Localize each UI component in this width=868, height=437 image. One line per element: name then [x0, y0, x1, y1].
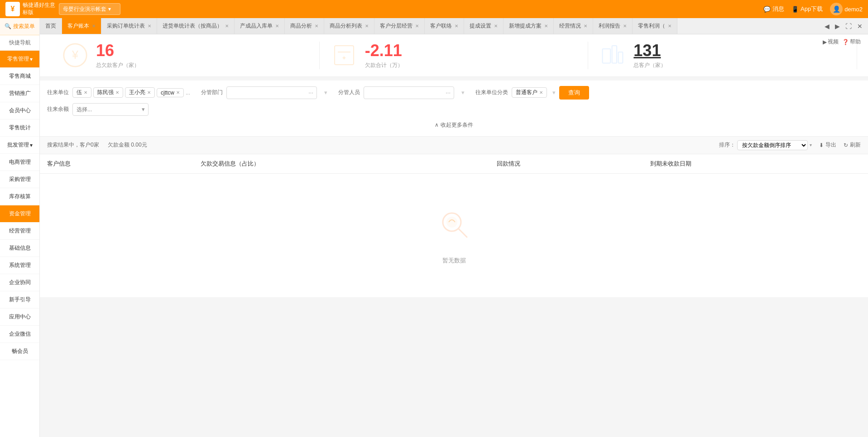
- tag-close-icon[interactable]: ✕: [539, 90, 543, 95]
- sort-select[interactable]: 按欠款金额倒序排序: [737, 140, 808, 150]
- tab-close-icon[interactable]: ✕: [668, 24, 671, 28]
- stat-total-arrears-value: -2.11: [365, 42, 403, 60]
- tab-close-icon[interactable]: ✕: [275, 24, 279, 28]
- sidebar-item-marketing[interactable]: 营销推广: [0, 85, 39, 102]
- person-input[interactable]: [364, 86, 454, 99]
- tab-product-analysis[interactable]: 商品分析 ✕: [285, 18, 324, 34]
- sidebar-item-operations-mgmt[interactable]: 经营管理: [0, 223, 39, 240]
- data-table: 客户信息 欠款交易信息（占比） 回款情况 到期未收款日期: [40, 154, 868, 298]
- tab-close-icon[interactable]: ✕: [92, 24, 96, 28]
- video-btn[interactable]: ▶ 视频: [823, 38, 839, 46]
- table-header: 客户信息 欠款交易信息（占比） 回款情况 到期未收款日期: [40, 154, 868, 174]
- sidebar-item-basic-info[interactable]: 基础信息: [0, 240, 39, 257]
- store-selector[interactable]: 母婴行业演示帐套 ▾: [59, 3, 120, 15]
- tab-close-icon[interactable]: ✕: [225, 24, 229, 28]
- tab-product-analysis-list[interactable]: 商品分析列表 ✕: [324, 18, 374, 34]
- tab-customer-contact[interactable]: 客户联络 ✕: [425, 18, 464, 34]
- tab-next-btn[interactable]: ▶: [833, 22, 842, 31]
- tab-operations[interactable]: 经营情况 ✕: [554, 18, 593, 34]
- search-menu-btn[interactable]: 🔍 搜索菜单: [4, 23, 36, 30]
- download-icon: 📱: [791, 6, 799, 13]
- sidebar-item-capital-mgmt[interactable]: 资金管理: [0, 205, 39, 223]
- filter-tag-normal-customer[interactable]: 普通客户 ✕: [512, 87, 547, 98]
- sidebar-item-wholesale-mgmt[interactable]: 批发管理 ▾: [0, 137, 39, 154]
- tab-close-icon[interactable]: ✕: [365, 24, 369, 28]
- tab-inbound-stats[interactable]: 进货单统计表（按商品） ✕: [157, 18, 235, 34]
- col-customer-info: 客户信息: [40, 154, 193, 174]
- messages-btn[interactable]: 💬 消息: [763, 5, 784, 13]
- sidebar-item-new-guide[interactable]: 新手引导: [0, 291, 39, 309]
- tab-new-achievement[interactable]: 新增提成方案 ✕: [504, 18, 554, 34]
- filter-tag-wangxiaoliang[interactable]: 王小亮 ✕: [125, 87, 155, 98]
- tab-reminder-settings[interactable]: 提成设置 ✕: [464, 18, 504, 34]
- filter-row-2: 往来余额 ▾: [47, 103, 861, 116]
- chevron-down-icon: ▾: [30, 142, 33, 148]
- tab-home[interactable]: 首页: [40, 18, 62, 34]
- filter-tag-chenminqiang[interactable]: 陈民强 ✕: [93, 87, 123, 98]
- chevron-down-icon: ▾: [810, 142, 812, 147]
- tag-close-icon[interactable]: ✕: [147, 90, 151, 95]
- quick-nav-btn[interactable]: 快捷导航: [0, 35, 39, 51]
- tab-close-icon[interactable]: ✕: [544, 24, 548, 28]
- arrears-icon: ✦: [331, 42, 358, 69]
- stat-all-customers-label: 总客户（家）: [633, 62, 666, 69]
- help-btn[interactable]: ❓ 帮助: [842, 38, 861, 46]
- tab-close-icon[interactable]: ✕: [584, 24, 587, 28]
- sidebar: 🔍 搜索菜单 快捷导航 零售管理 ▾ 零售商城 营销推广 会员中心 零售统计: [0, 18, 40, 437]
- tag-close-icon[interactable]: ✕: [115, 90, 119, 95]
- tab-retail-profit[interactable]: 零售利润（ ✕: [633, 18, 677, 34]
- tab-close-icon[interactable]: ✕: [415, 24, 419, 28]
- department-input[interactable]: [226, 86, 317, 99]
- sidebar-item-enterprise-wechat[interactable]: 企业微信: [0, 326, 39, 343]
- tab-customer-account[interactable]: 客户账本 ✕: [62, 18, 101, 34]
- balance-input[interactable]: [72, 103, 149, 116]
- export-btn[interactable]: ⬇ 导出: [819, 141, 836, 149]
- tab-close-icon[interactable]: ✕: [455, 24, 458, 28]
- app-download-btn[interactable]: 📱 App下载: [791, 5, 823, 13]
- col-arrears-info: 欠款交易信息（占比）: [193, 154, 489, 174]
- result-actions: 排序： 按欠款金额倒序排序 ▾ ⬇ 导出 ↻ 刷新: [719, 140, 861, 150]
- table-header-row: 客户信息 欠款交易信息（占比） 回款情况 到期未收款日期: [40, 154, 868, 174]
- sidebar-item-purchase[interactable]: 采购管理: [0, 171, 39, 188]
- unit-tags: 伍 ✕ 陈民强 ✕ 王小亮 ✕ cjttcw ✕: [72, 87, 190, 98]
- sidebar-item-retail-mall[interactable]: 零售商城: [0, 68, 39, 85]
- tab-purchase-order[interactable]: 采购订单统计表 ✕: [101, 18, 157, 34]
- sort-container: 排序： 按欠款金额倒序排序 ▾: [719, 140, 812, 150]
- query-button[interactable]: 查询: [559, 86, 589, 100]
- sidebar-item-app-center[interactable]: 应用中心: [0, 309, 39, 326]
- tab-maximize-btn[interactable]: ⛶: [844, 22, 854, 31]
- sidebar-item-vip-member[interactable]: 畅会员: [0, 343, 39, 360]
- filter-tag-wu[interactable]: 伍 ✕: [72, 87, 91, 98]
- sidebar-item-ecommerce[interactable]: 电商管理: [0, 154, 39, 171]
- tab-prev-btn[interactable]: ◀: [823, 22, 831, 31]
- tag-close-icon[interactable]: ✕: [176, 90, 180, 95]
- tag-close-icon[interactable]: ✕: [84, 90, 87, 95]
- sidebar-item-enterprise-coop[interactable]: 企业协同: [0, 274, 39, 291]
- tab-close-icon[interactable]: ✕: [315, 24, 318, 28]
- sidebar-item-inventory[interactable]: 库存核算: [0, 188, 39, 205]
- sidebar-search[interactable]: 🔍 搜索菜单: [0, 18, 39, 35]
- svg-rect-6: [612, 46, 617, 63]
- user-avatar[interactable]: 👤 demo2: [830, 3, 863, 15]
- refresh-btn[interactable]: ↻ 刷新: [844, 141, 861, 149]
- tab-close-icon[interactable]: ✕: [494, 24, 498, 28]
- sidebar-item-retail-stats[interactable]: 零售统计: [0, 119, 39, 137]
- svg-rect-7: [619, 52, 623, 63]
- collapse-button[interactable]: ∧ 收起更多条件: [47, 119, 861, 131]
- sidebar-item-member-center[interactable]: 会员中心: [0, 102, 39, 119]
- more-tags-btn[interactable]: ...: [186, 90, 190, 96]
- empty-icon: [436, 206, 472, 251]
- tab-production-inbound[interactable]: 产成品入库单 ✕: [235, 18, 285, 34]
- tab-close-icon[interactable]: ✕: [148, 24, 151, 28]
- tab-more-btn[interactable]: ✕: [855, 22, 864, 31]
- sidebar-item-retail-mgmt[interactable]: 零售管理 ▾: [0, 51, 39, 68]
- filter-tag-cjttcw[interactable]: cjttcw ✕: [157, 88, 184, 97]
- sidebar-item-system-mgmt[interactable]: 系统管理: [0, 257, 39, 274]
- stats-banner: ¥ 16 总欠款客户（家） ✦: [40, 34, 868, 77]
- tab-profit-report[interactable]: 利润报告 ✕: [593, 18, 633, 34]
- col-repayment: 回款情况: [489, 154, 643, 174]
- chevron-down-icon: ▾: [30, 56, 33, 62]
- tab-close-icon[interactable]: ✕: [623, 24, 627, 28]
- tab-customer-segment[interactable]: 客户分层经营 ✕: [374, 18, 425, 34]
- main-layout: 🔍 搜索菜单 快捷导航 零售管理 ▾ 零售商城 营销推广 会员中心 零售统计: [0, 18, 868, 437]
